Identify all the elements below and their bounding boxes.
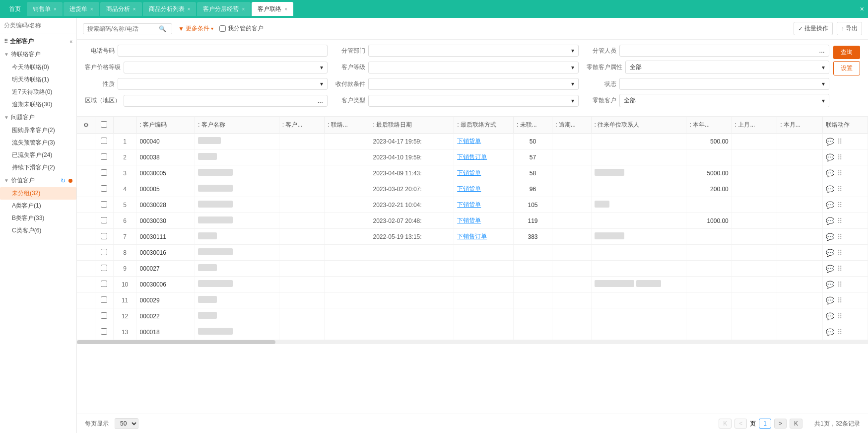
page-size-select[interactable]: 50 bbox=[115, 418, 138, 429]
customer-type-select[interactable]: ▾ bbox=[368, 95, 578, 107]
chat-icon[interactable]: 💬 bbox=[826, 201, 834, 209]
close-purchase-tab[interactable]: × bbox=[90, 6, 93, 12]
chat-icon[interactable]: 💬 bbox=[826, 233, 834, 241]
th-code[interactable]: : 客户编码 bbox=[136, 117, 195, 134]
row-check[interactable] bbox=[101, 312, 107, 319]
row-last-type[interactable]: 下销售订单 bbox=[454, 149, 514, 165]
search-input[interactable] bbox=[87, 25, 157, 32]
last-type-link[interactable]: 下销货单 bbox=[457, 185, 481, 192]
collapse-sidebar-icon[interactable]: « bbox=[69, 39, 72, 44]
pending-contact-group[interactable]: ▼ 待联络客户 bbox=[0, 48, 76, 61]
sidebar-item-declining[interactable]: 持续下滑客户(2) bbox=[0, 161, 76, 174]
grid-action-icon[interactable]: ⠿ bbox=[837, 265, 842, 273]
current-page[interactable]: 1 bbox=[759, 419, 771, 429]
row-checkbox[interactable] bbox=[95, 245, 114, 261]
close-goods-tab[interactable]: × bbox=[133, 6, 136, 12]
home-tab[interactable]: 首页 bbox=[4, 5, 26, 13]
sidebar-item-churn-warning[interactable]: 流失预警客户(3) bbox=[0, 137, 76, 149]
grid-action-icon[interactable]: ⠿ bbox=[837, 138, 842, 145]
th-this-month[interactable]: : 本月... bbox=[777, 117, 822, 134]
sidebar-item-a-class[interactable]: A类客户(1) bbox=[0, 200, 76, 212]
tab-customer-contact[interactable]: 客户联络 × bbox=[252, 2, 293, 16]
chat-icon[interactable]: 💬 bbox=[826, 185, 834, 193]
last-type-link[interactable]: 下销货单 bbox=[457, 201, 481, 208]
grid-action-icon[interactable]: ⠿ bbox=[837, 233, 842, 241]
table-scroll-bar[interactable] bbox=[77, 340, 868, 344]
refresh-icon[interactable]: ↻ bbox=[61, 177, 66, 184]
chat-icon[interactable]: 💬 bbox=[826, 169, 834, 177]
customer-level-select[interactable]: ▾ bbox=[368, 62, 578, 73]
my-customers-checkbox[interactable]: 我分管的客户 bbox=[219, 24, 264, 33]
scatter-attr-select[interactable]: 全部 ▾ bbox=[625, 61, 829, 74]
payment-select[interactable]: ▾ bbox=[368, 78, 578, 90]
chat-icon[interactable]: 💬 bbox=[826, 296, 834, 304]
grid-action-icon[interactable]: ⠿ bbox=[837, 185, 842, 193]
chat-icon[interactable]: 💬 bbox=[826, 328, 834, 336]
chat-icon[interactable]: 💬 bbox=[826, 312, 834, 320]
sidebar-item-abnormal[interactable]: 囤购异常客户(2) bbox=[0, 124, 76, 137]
grid-action-icon[interactable]: ⠿ bbox=[837, 169, 842, 177]
grid-action-icon[interactable]: ⠿ bbox=[837, 281, 842, 289]
tab-purchase[interactable]: 进货单 × bbox=[64, 2, 99, 16]
row-check[interactable] bbox=[101, 296, 107, 303]
row-checkbox[interactable] bbox=[95, 261, 114, 277]
row-check[interactable] bbox=[101, 185, 107, 192]
grid-action-icon[interactable]: ⠿ bbox=[837, 201, 842, 209]
th-type[interactable]: : 客户... bbox=[279, 117, 324, 134]
search-icon[interactable]: 🔍 bbox=[159, 25, 166, 32]
row-checkbox[interactable] bbox=[95, 134, 114, 149]
row-check[interactable] bbox=[101, 153, 107, 160]
grid-action-icon[interactable]: ⠿ bbox=[837, 312, 842, 320]
th-name[interactable]: : 客户名称 bbox=[195, 117, 279, 134]
dept-select[interactable]: ▾ bbox=[368, 45, 578, 57]
row-check[interactable] bbox=[101, 328, 107, 335]
row-check[interactable] bbox=[101, 281, 107, 287]
value-customers-group[interactable]: ▼ 价值客户 ↻ bbox=[0, 174, 76, 187]
close-segment-tab[interactable]: × bbox=[242, 6, 245, 12]
scatter-customer-select[interactable]: 全部 ▾ bbox=[619, 94, 829, 107]
row-check[interactable] bbox=[101, 233, 107, 239]
row-checkbox[interactable] bbox=[95, 165, 114, 181]
table-scroll-thumb[interactable] bbox=[77, 340, 275, 344]
all-customers-section[interactable]: ⠿ 全部客户 « bbox=[0, 33, 76, 48]
settings-button[interactable]: 设置 bbox=[833, 61, 860, 75]
export-btn[interactable]: ↑ 导出 bbox=[837, 22, 862, 35]
manager-select[interactable]: … bbox=[619, 45, 829, 57]
row-checkbox[interactable] bbox=[95, 149, 114, 165]
sidebar-item-b-class[interactable]: B类客户(33) bbox=[0, 212, 76, 224]
tab-goods-list[interactable]: 商品分析列表 × bbox=[143, 2, 197, 16]
grid-action-icon[interactable]: ⠿ bbox=[837, 296, 842, 304]
tab-customer-segment[interactable]: 客户分层经营 × bbox=[197, 2, 251, 16]
grid-action-icon[interactable]: ⠿ bbox=[837, 249, 842, 257]
sidebar-search-input[interactable] bbox=[4, 22, 77, 29]
more-conditions-btn[interactable]: ▼ 更多条件 ▾ bbox=[178, 24, 213, 33]
sidebar-item-7days[interactable]: 近7天待联络(0) bbox=[0, 86, 76, 98]
sidebar-item-today[interactable]: 今天待联络(0) bbox=[0, 61, 76, 73]
th-checkbox[interactable] bbox=[95, 117, 114, 134]
row-checkbox[interactable] bbox=[95, 181, 114, 197]
last-type-link[interactable]: 下销售订单 bbox=[457, 233, 487, 240]
th-last-date[interactable]: : 最后联络日期 bbox=[370, 117, 454, 134]
sidebar-item-overdue[interactable]: 逾期未联络(30) bbox=[0, 98, 76, 111]
row-checkbox[interactable] bbox=[95, 229, 114, 245]
last-type-link[interactable]: 下销货单 bbox=[457, 217, 481, 224]
row-check[interactable] bbox=[101, 138, 107, 144]
next-page-btn[interactable]: > bbox=[774, 419, 787, 429]
phone-input[interactable] bbox=[118, 45, 328, 57]
row-last-type[interactable]: 下销货单 bbox=[454, 197, 514, 213]
row-check[interactable] bbox=[101, 201, 107, 208]
nature-select[interactable]: ▾ bbox=[118, 78, 328, 90]
close-contact-tab[interactable]: × bbox=[284, 6, 287, 12]
grid-action-icon[interactable]: ⠿ bbox=[837, 153, 842, 161]
row-check[interactable] bbox=[101, 169, 107, 176]
last-type-link[interactable]: 下销售订单 bbox=[457, 153, 487, 160]
row-checkbox[interactable] bbox=[95, 213, 114, 229]
row-check[interactable] bbox=[101, 249, 107, 255]
chat-icon[interactable]: 💬 bbox=[826, 249, 834, 257]
row-last-type[interactable]: 下销货单 bbox=[454, 165, 514, 181]
tab-sales[interactable]: 销售单 × bbox=[27, 2, 63, 16]
chat-icon[interactable]: 💬 bbox=[826, 265, 834, 273]
last-type-link[interactable]: 下销货单 bbox=[457, 138, 481, 144]
row-checkbox[interactable] bbox=[95, 308, 114, 324]
tab-goods-analysis[interactable]: 商品分析 × bbox=[100, 2, 142, 16]
